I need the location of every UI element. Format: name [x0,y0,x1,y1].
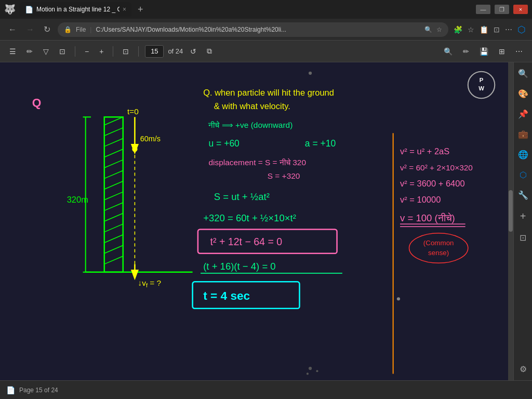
svg-text:नीचे ⟹ +ve (downward): नीचे ⟹ +ve (downward) [208,121,292,129]
sidebar-add-icon[interactable]: + [518,208,528,224]
svg-text:t=0: t=0 [127,107,139,116]
tab-bar-area: 📄 Motion in a Straight line 12 _ Cla × + [20,2,472,17]
svg-text:u = +60: u = +60 [208,138,240,149]
back-button[interactable]: ← [6,23,19,36]
toolbar-divider-1 [75,46,75,57]
copilot-icon[interactable]: ⬡ [517,24,526,35]
pdf-share-btn[interactable]: ⊞ [496,45,508,58]
svg-text:W: W [478,85,484,91]
svg-point-64 [397,297,400,300]
title-bar: 🐺 📄 Motion in a Straight line 12 _ Cla ×… [0,0,532,19]
rotate-icon[interactable]: ↺ [187,45,200,58]
toolbar-divider-3 [138,46,139,57]
svg-text:& with what velocity.: & with what velocity. [214,101,290,111]
toolbar-divider-2 [113,46,113,57]
tab-title: Motion in a Straight line 12 _ Cla [36,6,119,13]
zoom-in-btn[interactable]: + [96,45,107,58]
url-bar[interactable]: 🔒 File | C:/Users/SANJAY/Downloads/Motio… [58,22,448,37]
filter-tool[interactable]: ▽ [40,45,52,58]
address-bar: ← → ↻ 🔒 File | C:/Users/SANJAY/Downloads… [0,19,532,41]
svg-point-63 [307,373,309,375]
sidebar-collections-icon[interactable]: 🎨 [516,87,530,101]
pdf-tab-icon: 📄 [25,6,33,14]
sidebar-discover-icon[interactable]: 🌐 [516,148,530,162]
pdf-svg-canvas: P W Q Q. when particle will hit the grou… [0,62,508,380]
pdf-search-btn[interactable]: 🔍 [441,45,456,58]
app-icon: 🐺 [4,4,16,15]
svg-text:v² = 10000: v² = 10000 [400,195,441,204]
forward-button[interactable]: → [24,23,36,36]
bottom-bar: 📄 Page 15 of 24 [0,380,532,399]
zoom-out-btn[interactable]: − [82,45,92,58]
url-star-icon[interactable]: ☆ [436,26,442,33]
svg-text:v = 100 (नीचे): v = 100 (नीचे) [400,212,455,223]
sidebar-pin-icon[interactable]: 📌 [516,107,530,121]
svg-point-60 [132,147,137,152]
svg-text:v² = 3600 + 6400: v² = 3600 + 6400 [400,179,465,188]
svg-point-62 [316,370,318,372]
bottom-page-info: Page 15 of 24 [19,387,58,394]
url-separator: | [90,26,91,33]
svg-text:a = +10: a = +10 [305,138,336,149]
svg-text:(Common: (Common [423,239,454,247]
svg-text:= ?: = ? [150,278,161,287]
extensions-icon[interactable]: 🧩 [454,25,462,34]
svg-text:t = 4 sec: t = 4 sec [203,289,250,302]
maximize-button[interactable]: ❐ [495,5,509,14]
close-button[interactable]: × [513,5,528,14]
svg-text:t² + 12t − 64 = 0: t² + 12t − 64 = 0 [210,236,283,247]
scroll-track[interactable] [508,62,513,380]
page-number-input[interactable] [145,45,164,58]
main-area: P W Q Q. when particle will hit the grou… [0,62,532,380]
minimize-button[interactable]: — [476,5,490,14]
pdf-save-btn[interactable]: 💾 [476,45,491,58]
browser-toolbar: 🧩 ☆ 📋 ⊡ ⋯ ⬡ [454,24,526,35]
favorites-icon[interactable]: ☆ [468,25,474,34]
svg-text:60m/s: 60m/s [140,135,161,143]
svg-text:Q: Q [32,96,42,109]
bookmarks-icon[interactable]: ⧉ [204,45,215,58]
svg-text:S = ut + ½at²: S = ut + ½at² [214,191,270,202]
svg-text:sense): sense) [428,249,449,257]
refresh-button[interactable]: ↻ [42,22,52,36]
split-view-icon[interactable]: ⊡ [494,25,500,34]
tab-close-btn[interactable]: × [123,6,126,13]
svg-text:v² = u² + 2aS: v² = u² + 2aS [400,147,449,156]
svg-text:Q. when particle will hit the : Q. when particle will hit the ground [203,88,334,97]
sidebar-layout-icon[interactable]: ⊡ [517,231,528,245]
fit-page[interactable]: ⊡ [119,45,132,58]
url-text[interactable]: C:/Users/SANJAY/Downloads/Motion%20in%20… [96,26,420,33]
window-controls: — ❐ × [476,5,528,14]
scroll-thumb[interactable] [509,190,513,232]
svg-text:P: P [480,77,484,83]
sidebar-toggle[interactable]: ☰ [6,45,19,58]
browser-more-icon[interactable]: ⋯ [505,25,512,34]
svg-text:+320 = 60t + ½×10×t²: +320 = 60t + ½×10×t² [203,212,296,223]
svg-point-1 [309,72,312,75]
view-mode[interactable]: ⊡ [56,45,69,58]
sidebar-search-icon[interactable]: 🔍 [516,66,530,81]
svg-text:320m: 320m [67,195,88,204]
pdf-draw-btn[interactable]: ✏ [460,45,472,58]
pdf-toolbar: ☰ ✏ ▽ ⊡ − + ⊡ of 24 ↺ ⧉ 🔍 ✏ 💾 ⊞ ⋯ [0,41,532,62]
page-total: of 24 [168,47,183,55]
sidebar-copilot-icon[interactable]: ⬡ [517,168,529,182]
new-tab-button[interactable]: + [135,4,147,15]
svg-text:v² = 60² + 2×10×320: v² = 60² + 2×10×320 [400,163,473,172]
pdf-content: P W Q Q. when particle will hit the grou… [0,62,513,380]
sidebar-tools-icon[interactable]: 🔧 [516,188,530,202]
svg-point-61 [309,367,312,370]
pdf-toolbar-right: 🔍 ✏ 💾 ⊞ ⋯ [441,45,526,58]
bottom-pdf-icon: 📄 [6,386,15,394]
draw-tool[interactable]: ✏ [23,45,36,58]
right-sidebar: 🔍 🎨 📌 💼 🌐 ⬡ 🔧 + ⊡ ⚙ [513,62,532,380]
sidebar-settings-icon[interactable]: ⚙ [517,362,529,376]
pdf-more-btn[interactable]: ⋯ [512,45,526,58]
svg-text:↓v: ↓v [138,278,147,287]
active-tab[interactable]: 📄 Motion in a Straight line 12 _ Cla × [20,2,131,17]
pdf-drawing: P W Q Q. when particle will hit the grou… [0,62,508,380]
svg-text:(t + 16)(t − 4) = 0: (t + 16)(t − 4) = 0 [203,261,275,272]
url-search-icon: 🔍 [424,26,432,33]
collections-icon[interactable]: 📋 [480,25,488,34]
sidebar-wallet-icon[interactable]: 💼 [516,127,530,141]
